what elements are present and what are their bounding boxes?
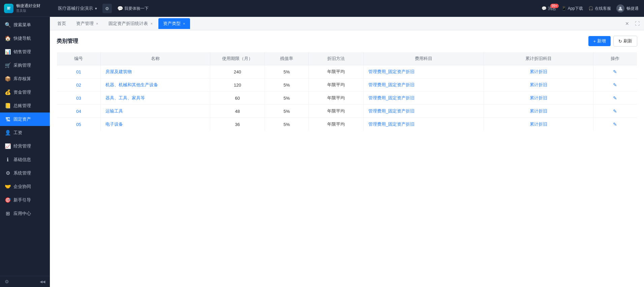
cell-period: 240 — [210, 65, 265, 78]
category-table: 编号 名称 使用期限（月） 残值率 折旧方法 费用科目 累计折旧科目 操作 01… — [57, 52, 637, 131]
topbar-right: 💬 消息 99+ 📱 App下载 🎧 在线客服 畅捷通 — [542, 4, 639, 12]
cell-method: 年限平均 — [309, 65, 363, 78]
cell-action: ✎ — [593, 65, 637, 78]
tab-fixed-depreciation[interactable]: 固定资产折旧统计表× — [104, 18, 157, 29]
col-header-action: 操作 — [593, 52, 637, 65]
cell-name: 器具、工具、家具等 — [100, 92, 210, 105]
sidebar-item-guide[interactable]: 🎯 新手引导 — [0, 193, 50, 207]
add-button[interactable]: + 新增 — [588, 36, 611, 46]
nav-label-purchase: 采购管理 — [13, 62, 31, 68]
app-selector-label: 医疗器械行业演示 — [58, 5, 93, 11]
tab-home[interactable]: 首页 — [53, 18, 71, 29]
page-title: 类别管理 — [57, 38, 78, 45]
sidebar-item-fixed-assets[interactable]: 🏗 固定资产 — [0, 113, 50, 126]
header-actions: + 新增 ↻ 刷新 — [588, 36, 637, 46]
cell-accum: 累计折旧 — [484, 105, 593, 118]
refresh-button[interactable]: ↻ 刷新 — [613, 36, 637, 46]
user-profile-button[interactable]: 畅捷通 — [616, 4, 639, 12]
table-row: 03 器具、工具、家具等 60 5% 年限平均 管理费用_固定资产折旧 累计折旧… — [57, 92, 637, 105]
nav-label-basic-info: 基础信息 — [13, 157, 31, 163]
main-area: 医疗器械行业演示 ▾ ⚙ 💬 我要体验一下 💬 消息 99+ 📱 App下载 🎧… — [50, 0, 644, 287]
content-area: 首页资产管理×固定资产折旧统计表×资产类型× ✕ ⛶ 类别管理 + 新增 ↻ 刷… — [50, 17, 644, 287]
experience-button[interactable]: 💬 我要体验一下 — [115, 4, 151, 13]
cell-method: 年限平均 — [309, 105, 363, 118]
app-selector[interactable]: 医疗器械行业演示 ▾ — [55, 4, 100, 13]
col-header-expense: 费用科目 — [363, 52, 484, 65]
sidebar-item-capital[interactable]: 💰 资金管理 — [0, 86, 50, 99]
close-window-button[interactable]: ✕ — [623, 20, 631, 28]
online-service-label: 在线客服 — [595, 6, 611, 11]
table-header: 编号 名称 使用期限（月） 残值率 折旧方法 费用科目 累计折旧科目 操作 — [57, 52, 637, 65]
cell-residual: 5% — [265, 65, 309, 78]
topbar-settings-button[interactable]: ⚙ — [102, 4, 112, 13]
nav-label-inventory: 库存核算 — [13, 76, 31, 82]
tab-asset-mgmt[interactable]: 资产管理× — [71, 18, 103, 29]
nav-label-payroll: 工资 — [13, 130, 22, 136]
refresh-label: 刷新 — [623, 38, 632, 44]
tab-close-asset-type[interactable]: × — [183, 21, 185, 26]
col-header-method: 折旧方法 — [309, 52, 363, 65]
cell-residual: 5% — [265, 118, 309, 131]
edit-button[interactable]: ✎ — [613, 69, 617, 74]
nav-label-enterprise: 企业协同 — [13, 184, 31, 190]
edit-button[interactable]: ✎ — [613, 108, 617, 114]
sidebar-item-purchase[interactable]: 🛒 采购管理 — [0, 59, 50, 72]
sidebar-item-payroll[interactable]: 👤 工资 — [0, 126, 50, 139]
online-service-button[interactable]: 🎧 在线客服 — [588, 6, 611, 11]
sidebar-item-operations[interactable]: 📈 经营管理 — [0, 139, 50, 153]
cell-action: ✎ — [593, 118, 637, 131]
sidebar-item-system[interactable]: ⚙ 系统管理 — [0, 166, 50, 180]
nav-icon-sales: 📊 — [5, 49, 11, 55]
nav-label-system: 系统管理 — [13, 170, 31, 176]
nav-label-quick-nav: 快捷导航 — [13, 35, 31, 41]
sidebar-nav: 🔍 搜索菜单 🏠 快捷导航 📊 销售管理 🛒 采购管理 📦 库存核算 💰 资金管… — [0, 17, 50, 276]
cell-action: ✎ — [593, 92, 637, 105]
sidebar-item-search[interactable]: 🔍 搜索菜单 — [0, 18, 50, 32]
maximize-window-button[interactable]: ⛶ — [633, 20, 641, 28]
cell-code: 03 — [57, 92, 101, 105]
table-row: 05 电子设备 36 5% 年限平均 管理费用_固定资产折旧 累计折旧 ✎ — [57, 118, 637, 131]
col-header-accum: 累计折旧科目 — [484, 52, 593, 65]
cell-code: 05 — [57, 118, 101, 131]
app-download-button[interactable]: 📱 App下载 — [561, 6, 583, 11]
message-button[interactable]: 💬 消息 99+ — [542, 6, 556, 11]
sidebar-item-ledger[interactable]: 📒 总账管理 — [0, 99, 50, 113]
sidebar-item-quick-nav[interactable]: 🏠 快捷导航 — [0, 32, 50, 45]
cell-residual: 5% — [265, 78, 309, 92]
cell-name: 运输工具 — [100, 105, 210, 118]
cell-method: 年限平均 — [309, 118, 363, 131]
edit-button[interactable]: ✎ — [613, 82, 617, 88]
nav-label-operations: 经营管理 — [13, 143, 31, 149]
sidebar-item-enterprise[interactable]: 🤝 企业协同 — [0, 180, 50, 193]
tab-asset-type[interactable]: 资产类型× — [158, 18, 190, 29]
logo-icon: 财 — [4, 4, 13, 13]
nav-label-ledger: 总账管理 — [13, 103, 31, 109]
sidebar-item-inventory[interactable]: 📦 库存核算 — [0, 72, 50, 86]
nav-icon-ledger: 📒 — [5, 103, 11, 109]
sidebar-item-basic-info[interactable]: ℹ 基础信息 — [0, 153, 50, 166]
cell-action: ✎ — [593, 78, 637, 92]
collapse-icon[interactable]: ◀◀ — [40, 280, 45, 284]
sidebar-item-app-center[interactable]: ⊞ 应用中心 — [0, 207, 50, 220]
sidebar-item-sales[interactable]: 📊 销售管理 — [0, 45, 50, 59]
nav-label-search: 搜索菜单 — [13, 22, 31, 28]
experience-label: 我要体验一下 — [124, 6, 149, 11]
nav-icon-search: 🔍 — [5, 22, 11, 28]
col-header-residual: 残值率 — [265, 52, 309, 65]
edit-button[interactable]: ✎ — [613, 122, 617, 127]
cell-method: 年限平均 — [309, 92, 363, 105]
nav-icon-app-center: ⊞ — [5, 211, 11, 217]
logo-badge: 普及版 — [16, 8, 40, 13]
edit-button[interactable]: ✎ — [613, 95, 617, 101]
settings-icon[interactable]: ⚙ — [5, 279, 9, 284]
tab-label-asset-type: 资产类型 — [163, 21, 181, 27]
chevron-down-icon: ▾ — [95, 6, 97, 11]
topbar-left: 医疗器械行业演示 ▾ ⚙ 💬 我要体验一下 — [55, 4, 538, 13]
app-logo: 财 畅捷通好业财 普及版 — [0, 0, 50, 17]
cell-action: ✎ — [593, 105, 637, 118]
tab-close-fixed-depreciation[interactable]: × — [150, 21, 153, 26]
tab-close-asset-mgmt[interactable]: × — [96, 21, 98, 26]
col-header-code: 编号 — [57, 52, 101, 65]
col-header-name: 名称 — [100, 52, 210, 65]
nav-icon-enterprise: 🤝 — [5, 184, 11, 190]
